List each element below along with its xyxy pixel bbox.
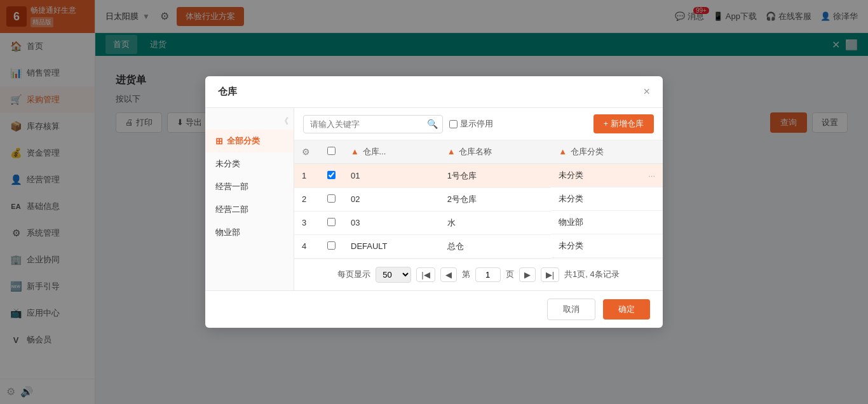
modal-close-button[interactable]: × [643, 85, 650, 98]
cancel-button[interactable]: 取消 [547, 299, 595, 320]
modal-overlay: 仓库 × 《 ⊞ 全部分类 未分类 [95, 56, 868, 404]
category-item-property[interactable]: 物业部 [205, 221, 294, 244]
total-label: 共1页, 4条记录 [564, 269, 620, 280]
page-next-button[interactable]: ▶ [519, 267, 536, 282]
row-code: 03 [343, 211, 440, 234]
add-warehouse-button[interactable]: + 新增仓库 [593, 114, 654, 133]
row-category: 物业部 [551, 211, 663, 234]
row-category: 未分类··· [551, 164, 663, 187]
chevron-left-icon: 《 [280, 116, 288, 127]
row-code: DEFAULT [343, 234, 440, 258]
row-category: 未分类 [551, 187, 663, 211]
category-item-uncategorized[interactable]: 未分类 [205, 152, 294, 175]
row-category: 未分类 [551, 234, 663, 258]
page-label: 页 [506, 269, 514, 280]
modal-title: 仓库 [218, 86, 237, 98]
page-first-button[interactable]: |◀ [416, 267, 435, 282]
search-icon[interactable]: 🔍 [427, 119, 438, 129]
row-checkbox[interactable] [327, 218, 336, 226]
content-area: 进货单 按以下 🖨 打印 ⬇ 导出 ↻ 刷新 查询 设 [95, 56, 868, 404]
search-input-wrap: 🔍 [303, 115, 443, 133]
page-number-input[interactable] [475, 267, 501, 282]
table-row[interactable]: 1 01 1号仓库 未分类··· [294, 164, 663, 188]
category-ops1-label: 经营一部 [215, 181, 248, 192]
row-name: 1号仓库 [440, 164, 552, 188]
category-all-label: 全部分类 [227, 135, 260, 147]
modal-body: 《 ⊞ 全部分类 未分类 经营一部 经营二部 [205, 108, 663, 290]
row-checkbox[interactable] [327, 171, 336, 179]
gear-icon: ⚙ [302, 147, 310, 157]
th-category-label: 仓库分类 [571, 147, 604, 156]
modal-toolbar: 🔍 显示停用 + 新增仓库 [294, 108, 663, 140]
page-text: 第 [462, 269, 470, 280]
th-name: ▲ 仓库名称 [440, 140, 552, 164]
th-settings[interactable]: ⚙ [294, 140, 320, 164]
row-name: 水 [440, 211, 552, 234]
category-grid-icon: ⊞ [215, 136, 223, 146]
row-num: 4 [294, 234, 320, 258]
show-disabled-checkbox[interactable] [449, 120, 458, 128]
per-page-select[interactable]: 50 100 [376, 267, 411, 283]
select-all-checkbox[interactable] [327, 147, 336, 155]
warehouse-modal: 仓库 × 《 ⊞ 全部分类 未分类 [205, 76, 663, 328]
th-name-label: 仓库名称 [459, 147, 492, 156]
per-page-label: 每页显示 [337, 269, 370, 280]
page-prev-button[interactable]: ◀ [440, 267, 457, 282]
th-category: ▲ 仓库分类 [551, 140, 663, 164]
table-row[interactable]: 2 02 2号仓库 未分类 [294, 187, 663, 211]
category-uncategorized-label: 未分类 [215, 158, 240, 170]
modal-main-content: 🔍 显示停用 + 新增仓库 [294, 108, 663, 290]
category-item-ops2[interactable]: 经营二部 [205, 198, 294, 221]
row-name: 总仓 [440, 234, 552, 258]
sidebar-collapse-button[interactable]: 《 [205, 113, 294, 130]
row-num: 1 [294, 164, 320, 188]
row-checkbox[interactable] [327, 194, 336, 203]
row-more-icon[interactable]: ··· [648, 171, 655, 180]
warehouse-table: ⚙ ▲ 仓库... [294, 140, 663, 259]
search-input[interactable] [303, 115, 443, 133]
row-checkbox-cell[interactable] [320, 164, 343, 188]
category-ops2-label: 经营二部 [215, 204, 248, 215]
row-checkbox-cell[interactable] [320, 211, 343, 234]
category-item-ops1[interactable]: 经营一部 [205, 175, 294, 198]
row-code: 01 [343, 164, 440, 188]
category-sidebar: 《 ⊞ 全部分类 未分类 经营一部 经营二部 [205, 108, 294, 290]
row-code: 02 [343, 187, 440, 211]
show-disabled-text: 显示停用 [460, 118, 493, 130]
confirm-button[interactable]: 确定 [603, 299, 650, 320]
category-property-label: 物业部 [215, 227, 240, 238]
table-row[interactable]: 3 03 水 物业部 [294, 211, 663, 234]
row-checkbox-cell[interactable] [320, 187, 343, 211]
main-area: 日太阳膜 ▼ ⚙ 体验行业方案 💬 消息 99+ 📱 App下载 🎧 在线客服 … [95, 0, 868, 404]
table-row[interactable]: 4 DEFAULT 总仓 未分类 [294, 234, 663, 258]
sort-name-icon: ▲ [447, 147, 456, 156]
category-item-all[interactable]: ⊞ 全部分类 [205, 130, 294, 152]
th-checkbox[interactable] [320, 140, 343, 164]
sort-cat-icon: ▲ [559, 147, 567, 156]
modal-header: 仓库 × [205, 76, 663, 108]
modal-footer: 取消 确定 [205, 290, 663, 328]
row-name: 2号仓库 [440, 187, 552, 211]
pagination: 每页显示 50 100 |◀ ◀ 第 页 ▶ ▶| [294, 259, 663, 290]
page-last-button[interactable]: ▶| [541, 267, 559, 282]
sort-icon: ▲ [351, 147, 359, 156]
row-num: 2 [294, 187, 320, 211]
th-code: ▲ 仓库... [343, 140, 440, 164]
row-checkbox-cell[interactable] [320, 234, 343, 258]
show-disabled-label: 显示停用 [449, 118, 493, 130]
row-checkbox[interactable] [327, 241, 336, 250]
row-num: 3 [294, 211, 320, 234]
th-code-label: 仓库... [363, 147, 386, 156]
